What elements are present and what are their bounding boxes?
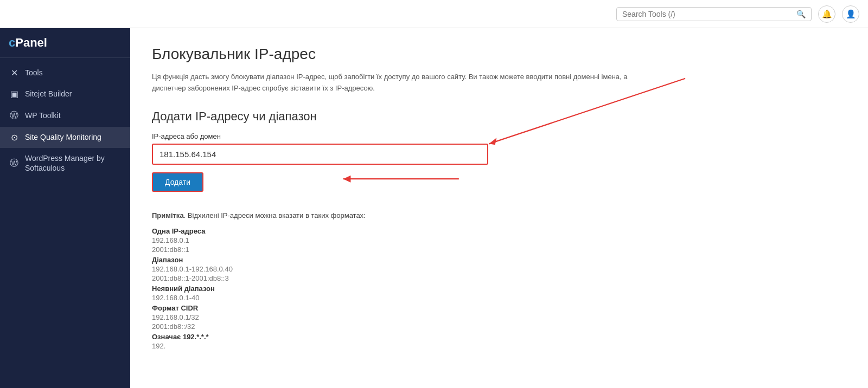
search-bar[interactable]: 🔍 <box>616 7 812 21</box>
format-cidr-ex1: 192.168.0.1/32 <box>152 313 846 321</box>
main-content: Блокувальник IP-адрес Ця функція дасть з… <box>130 28 868 388</box>
site-quality-icon: ⊙ <box>9 132 20 143</box>
sitejet-icon: ▣ <box>9 89 20 99</box>
add-button[interactable]: Додати <box>152 172 203 192</box>
format-wildcard: Означає 192.*.*.* 192. <box>152 333 846 350</box>
format-single-ip-title: Одна IP-адреса <box>152 227 846 235</box>
user-icon: 👤 <box>846 9 856 19</box>
tools-icon: ✕ <box>9 68 20 78</box>
wp-toolkit-icon: Ⓦ <box>9 110 20 121</box>
add-button-container: Додати <box>152 172 846 202</box>
format-single-ip-ex2: 2001:db8::1 <box>152 245 846 254</box>
format-single-ip: Одна IP-адреса 192.168.0.1 2001:db8::1 <box>152 227 846 254</box>
search-input[interactable] <box>622 10 794 18</box>
field-label: IP-адреса або домен <box>152 132 846 140</box>
format-cidr-title: Формат CIDR <box>152 304 846 312</box>
sidebar-item-site-quality[interactable]: ⊙ Site Quality Monitoring <box>0 127 130 148</box>
sidebar: cPanel ✕ Tools ▣ Sitejet Builder Ⓦ WP To… <box>0 28 130 388</box>
sidebar-item-wordpress-manager[interactable]: Ⓦ WordPress Manager by Softaculous <box>0 148 130 178</box>
layout: cPanel ✕ Tools ▣ Sitejet Builder Ⓦ WP To… <box>0 28 868 388</box>
header-icons: 🔔 👤 <box>818 5 859 23</box>
sidebar-item-sitejet[interactable]: ▣ Sitejet Builder <box>0 83 130 105</box>
sidebar-item-sitejet-label: Sitejet Builder <box>25 89 72 99</box>
page-title: Блокувальник IP-адрес <box>152 46 846 63</box>
logo: cPanel <box>0 28 130 58</box>
wordpress-manager-icon: Ⓦ <box>9 158 20 169</box>
ip-input[interactable] <box>152 144 488 165</box>
sidebar-item-site-quality-label: Site Quality Monitoring <box>25 132 101 142</box>
header: 🔍 🔔 👤 <box>0 0 868 28</box>
note-body: . Відхилені IP-адреси можна вказати в та… <box>184 211 366 219</box>
user-button[interactable]: 👤 <box>842 5 859 23</box>
sidebar-item-wordpress-manager-label: WordPress Manager by Softaculous <box>25 153 122 173</box>
sidebar-item-tools-label: Tools <box>25 68 43 77</box>
format-implicit-range-ex1: 192.168.0.1-40 <box>152 294 846 302</box>
page-description: Ця функція дасть змогу блокувати діапазо… <box>152 72 640 94</box>
note-prefix: Примітка <box>152 211 184 219</box>
format-range: Діапазон 192.168.0.1-192.168.0.40 2001:d… <box>152 256 846 282</box>
ip-input-wrapper <box>152 144 488 165</box>
notification-button[interactable]: 🔔 <box>818 5 835 23</box>
format-range-ex1: 192.168.0.1-192.168.0.40 <box>152 265 846 273</box>
note-text: Примітка. Відхилені IP-адреси можна вказ… <box>152 211 846 219</box>
sidebar-item-tools[interactable]: ✕ Tools <box>0 62 130 83</box>
format-wildcard-title: Означає 192.*.*.* <box>152 333 846 341</box>
sidebar-item-wp-toolkit[interactable]: Ⓦ WP Toolkit <box>0 105 130 127</box>
format-cidr-ex2: 2001:db8::/32 <box>152 322 846 331</box>
format-implicit-range: Неявний діапазон 192.168.0.1-40 <box>152 284 846 302</box>
sidebar-item-wp-toolkit-label: WP Toolkit <box>25 111 61 120</box>
format-cidr: Формат CIDR 192.168.0.1/32 2001:db8::/32 <box>152 304 846 331</box>
bell-icon: 🔔 <box>822 9 832 19</box>
format-single-ip-ex1: 192.168.0.1 <box>152 236 846 244</box>
format-range-title: Діапазон <box>152 256 846 264</box>
logo-text: cPanel <box>9 36 47 49</box>
format-wildcard-ex1: 192. <box>152 342 846 350</box>
format-range-ex2: 2001:db8::1-2001:db8::3 <box>152 274 846 282</box>
sidebar-nav: ✕ Tools ▣ Sitejet Builder Ⓦ WP Toolkit ⊙… <box>0 58 130 183</box>
search-icon: 🔍 <box>796 10 806 18</box>
section-title: Додати IP-адресу чи діапазон <box>152 109 846 124</box>
format-implicit-range-title: Неявний діапазон <box>152 284 846 293</box>
